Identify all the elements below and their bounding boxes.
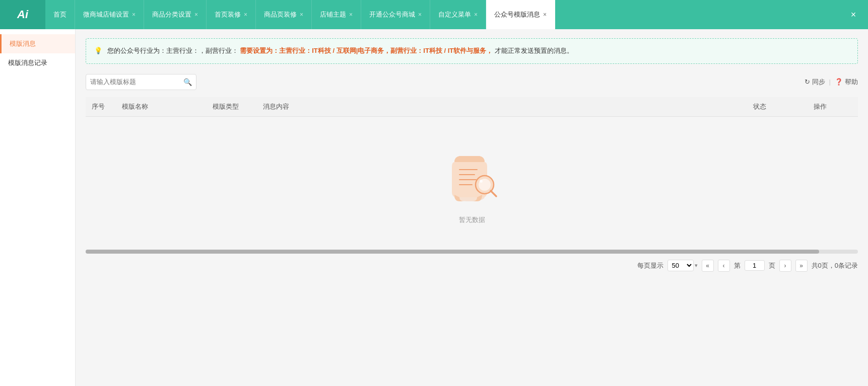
nav-tab-0[interactable]: 首页 [45, 0, 75, 29]
svg-line-7 [491, 191, 496, 196]
notice-icon: 💡 [94, 47, 102, 54]
sidebar-item-0[interactable]: 模版消息 [0, 34, 75, 53]
table-col-1: 模版名称 [116, 97, 207, 117]
empty-illustration [442, 147, 502, 207]
page-size-select[interactable]: 102050100 [667, 260, 694, 271]
empty-text: 暂无数据 [459, 215, 485, 224]
svg-point-8 [480, 180, 483, 183]
tab-close-5[interactable]: × [349, 11, 353, 18]
search-bar: 🔍 ↻ 同步 | ❓ 帮助 [86, 74, 858, 90]
page-number-input[interactable] [745, 260, 765, 271]
search-input[interactable] [90, 78, 183, 86]
nav-tab-5[interactable]: 店铺主题× [312, 0, 361, 29]
empty-state: 暂无数据 [86, 117, 858, 245]
notice-suffix: 才能正常发送预置的消息。 [495, 47, 573, 54]
prev-page-button[interactable]: ‹ [718, 260, 730, 272]
main-layout: 模版消息模版消息记录 💡 您的公众号行业为：主营行业：，副营行业： 需要设置为：… [0, 29, 868, 386]
search-input-wrap: 🔍 [86, 74, 196, 90]
page-size-label: 每页显示 [637, 261, 663, 270]
nav-tab-8[interactable]: 公众号模版消息× [486, 0, 555, 29]
last-page-button[interactable]: » [795, 260, 808, 272]
help-icon: ❓ [835, 78, 843, 86]
toolbar-right: ↻ 同步 | ❓ 帮助 [805, 78, 858, 87]
notice-highlight: 需要设置为：主营行业：IT科技 / 互联网|电子商务，副营行业：IT科技 / I… [240, 47, 493, 54]
horizontal-scrollbar[interactable] [86, 250, 858, 254]
first-page-button[interactable]: « [702, 260, 714, 272]
sync-button[interactable]: ↻ 同步 [805, 78, 825, 87]
nav-tabs: 首页微商城店铺设置×商品分类设置×首页装修×商品页装修×店铺主题×开通公众号商城… [45, 0, 839, 29]
table-col-2: 模版类型 [207, 97, 257, 117]
table-col-4: 状态 [747, 97, 808, 117]
page-unit: 页 [769, 261, 775, 270]
top-nav: Ai 首页微商城店铺设置×商品分类设置×首页装修×商品页装修×店铺主题×开通公众… [0, 0, 868, 29]
tab-close-7[interactable]: × [474, 11, 478, 18]
content-area: 💡 您的公众号行业为：主营行业：，副营行业： 需要设置为：主营行业：IT科技 /… [76, 29, 868, 386]
tab-close-3[interactable]: × [244, 11, 247, 18]
tab-close-8[interactable]: × [543, 11, 547, 18]
nav-tab-1[interactable]: 微商城店铺设置× [75, 0, 144, 29]
tab-close-1[interactable]: × [132, 11, 136, 18]
table-col-0: 序号 [86, 97, 116, 117]
notice-prefix: 您的公众号行业为：主营行业：，副营行业： [107, 47, 238, 54]
nav-tab-7[interactable]: 自定义菜单× [430, 0, 486, 29]
notice-box: 💡 您的公众号行业为：主营行业：，副营行业： 需要设置为：主营行业：IT科技 /… [86, 38, 858, 64]
nav-tab-6[interactable]: 开通公众号商城× [361, 0, 430, 29]
tab-close-4[interactable]: × [300, 11, 303, 18]
table-header-row: 序号模版名称模版类型消息内容状态操作 [86, 97, 858, 117]
nav-tab-2[interactable]: 商品分类设置× [144, 0, 207, 29]
nav-tab-4[interactable]: 商品页装修× [256, 0, 312, 29]
window-close-button[interactable]: × [839, 0, 868, 29]
table-col-3: 消息内容 [257, 97, 747, 117]
pagination-bar: 每页显示 102050100 ▾ « ‹ 第 页 › » 共0页，0条记录 [86, 260, 858, 272]
scrollbar-thumb[interactable] [86, 250, 819, 254]
toolbar-divider: | [829, 78, 831, 86]
sync-icon: ↻ [805, 78, 810, 86]
sidebar-item-1[interactable]: 模版消息记录 [0, 53, 75, 72]
table-col-5: 操作 [808, 97, 858, 117]
help-button[interactable]: ❓ 帮助 [835, 78, 858, 87]
search-icon[interactable]: 🔍 [183, 78, 192, 86]
total-records-label: 共0页，0条记录 [812, 261, 858, 270]
next-page-button[interactable]: › [779, 260, 791, 272]
tab-close-2[interactable]: × [194, 11, 198, 18]
page-label: 第 [734, 261, 741, 270]
sidebar: 模版消息模版消息记录 [0, 29, 76, 386]
tab-close-6[interactable]: × [418, 11, 422, 18]
data-table: 序号模版名称模版类型消息内容状态操作 [86, 97, 858, 117]
app-logo: Ai [0, 0, 45, 29]
chevron-down-icon: ▾ [695, 262, 698, 269]
nav-tab-3[interactable]: 首页装修× [207, 0, 256, 29]
